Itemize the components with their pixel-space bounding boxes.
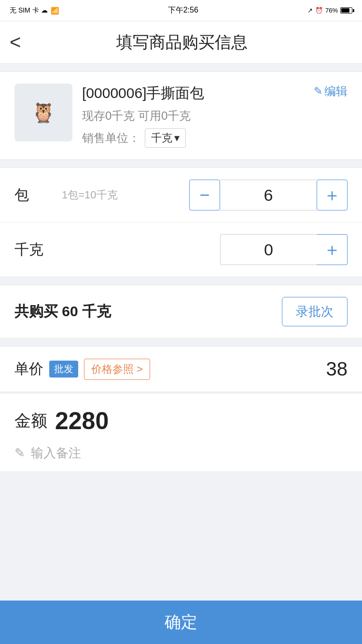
chevron-down-icon: ▾	[174, 132, 180, 144]
total-quantity: 60	[62, 303, 78, 319]
price-value: 38	[326, 358, 348, 380]
edit-button[interactable]: ✎ 编辑	[314, 84, 348, 99]
status-left: 无 SIM 卡 ☁ 📶	[10, 6, 59, 15]
price-section: 单价 批发 价格参照 > 38	[0, 346, 362, 392]
location-icon: ↗	[307, 7, 313, 14]
product-logo-icon: 🦉	[31, 101, 56, 124]
confirm-button[interactable]: 确定	[0, 601, 362, 644]
qty-input-pack[interactable]	[220, 180, 317, 210]
quantity-row-pack: 包 1包=10千克 − ＋	[0, 168, 362, 223]
status-right: ↗ ⏰ 76%	[307, 7, 352, 14]
amount-value: 2280	[55, 407, 109, 435]
page-title: 填写商品购买信息	[26, 31, 338, 54]
battery-icon	[340, 7, 352, 14]
qty-hint-pack: 1包=10千克	[62, 188, 189, 202]
product-image: 🦉	[14, 84, 72, 141]
product-info: [0000006]手撕面包 ✎ 编辑 现存0千克 可用0千克 销售单位： 千克 …	[82, 84, 348, 148]
price-label: 单价	[14, 359, 43, 379]
total-text: 共购买 60 千克	[14, 302, 111, 322]
record-batch-button[interactable]: 录批次	[282, 297, 348, 326]
unit-select[interactable]: 千克 ▾	[145, 128, 186, 148]
decrement-pack-button[interactable]: −	[189, 180, 220, 210]
unit-value: 千克	[151, 131, 172, 145]
product-unit-row: 销售单位： 千克 ▾	[82, 128, 348, 148]
sim-indicator: 无 SIM 卡 ☁	[10, 6, 48, 15]
amount-label: 金额	[14, 410, 47, 432]
edit-label: 编辑	[324, 84, 348, 99]
qty-input-kg[interactable]	[220, 234, 317, 265]
price-reference-button[interactable]: 价格参照 >	[84, 359, 150, 380]
quantity-section: 包 1包=10千克 − ＋ 千克 ＋	[0, 168, 362, 277]
quantity-row-kg: 千克 ＋	[0, 223, 362, 277]
price-type-tag: 批发	[49, 361, 78, 378]
unit-label: 销售单位：	[82, 130, 140, 146]
total-section: 共购买 60 千克 录批次	[0, 285, 362, 338]
product-stock: 现存0千克 可用0千克	[82, 108, 348, 124]
note-row[interactable]: ✎ 输入备注	[14, 445, 348, 462]
qty-controls-kg: ＋	[220, 234, 348, 265]
nav-bar: < 填写商品购买信息	[0, 21, 362, 64]
status-bar: 无 SIM 卡 ☁ 📶 下午2:56 ↗ ⏰ 76%	[0, 0, 362, 21]
qty-controls-pack: − ＋	[189, 180, 348, 210]
price-ref-label: 价格参照 >	[91, 362, 143, 377]
amount-row: 金额 2280	[14, 407, 348, 435]
alarm-icon: ⏰	[315, 7, 323, 14]
product-card: 🦉 [0000006]手撕面包 ✎ 编辑 现存0千克 可用0千克 销售单位： 千…	[0, 71, 362, 160]
qty-label-kg: 千克	[14, 240, 58, 260]
product-name: [0000006]手撕面包	[82, 84, 204, 103]
wifi-icon: 📶	[51, 7, 59, 14]
increment-kg-button[interactable]: ＋	[317, 234, 348, 265]
status-time: 下午2:56	[168, 5, 198, 15]
edit-icon: ✎	[314, 85, 322, 98]
battery-percent: 76%	[325, 7, 338, 14]
total-unit: 千克	[82, 303, 111, 319]
total-label: 共购买	[14, 303, 62, 319]
amount-section: 金额 2280 ✎ 输入备注	[0, 393, 362, 471]
qty-label-pack: 包	[14, 185, 58, 205]
pencil-icon: ✎	[14, 446, 25, 461]
note-placeholder: 输入备注	[31, 445, 81, 462]
back-button[interactable]: <	[10, 27, 26, 58]
increment-pack-button[interactable]: ＋	[317, 180, 348, 210]
